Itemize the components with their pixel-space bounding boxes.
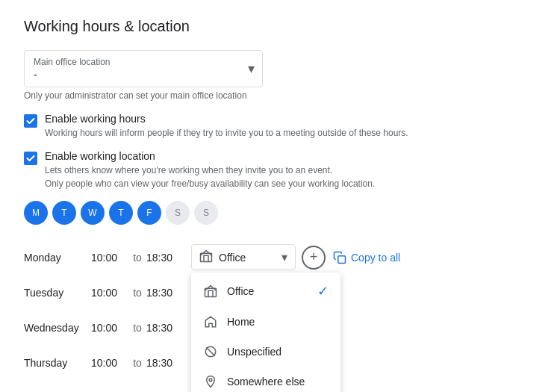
enable-location-label: Enable working location — [45, 150, 375, 162]
add-location-button[interactable]: + — [302, 246, 326, 270]
tuesday-label: Tuesday — [24, 287, 91, 299]
day-circle-sunday[interactable]: S — [194, 201, 218, 225]
enable-location-checkbox[interactable] — [24, 152, 37, 165]
copy-to-all-button[interactable]: Copy to all — [333, 251, 400, 264]
dropdown-somewhere-label: Somewhere else — [227, 376, 305, 388]
dropdown-item-unspecified[interactable]: Unspecified — [191, 337, 340, 367]
schedule-row-monday: Monday 10:00 to 18:30 Office ▾ — [24, 240, 536, 275]
office-location-label: Main office location — [34, 57, 235, 67]
day-circle-monday[interactable]: M — [24, 201, 48, 225]
copy-to-all-label: Copy to all — [351, 252, 400, 264]
dropdown-item-office[interactable]: Office ✓ — [191, 276, 340, 307]
location-dropdown-menu: Office ✓ Home — [191, 273, 340, 392]
monday-label: Monday — [24, 252, 91, 264]
copy-icon — [333, 251, 346, 264]
enable-hours-checkbox[interactable] — [24, 114, 37, 128]
office-location-select[interactable]: Main office location - ▾ — [24, 50, 263, 87]
monday-location-wrapper: Office ▾ Office ✓ — [191, 244, 296, 270]
wednesday-time-separator: to — [128, 322, 146, 334]
enable-location-row: Enable working location Lets others know… — [24, 150, 536, 190]
monday-time-separator: to — [128, 252, 146, 264]
office-location-section: Main office location - ▾ Only your admin… — [24, 50, 536, 101]
enable-hours-label: Enable working hours — [45, 113, 408, 125]
thursday-time-separator: to — [128, 357, 146, 369]
dropdown-pin-icon — [203, 374, 218, 389]
monday-start-time[interactable]: 10:00 — [91, 252, 128, 264]
dropdown-office-label: Office — [227, 285, 254, 297]
tuesday-start-time[interactable]: 10:00 — [91, 287, 128, 299]
wednesday-label: Wednesday — [24, 322, 91, 334]
wednesday-end-time[interactable]: 18:30 — [146, 322, 184, 334]
svg-point-4 — [209, 379, 212, 382]
thursday-start-time[interactable]: 10:00 — [91, 357, 128, 369]
dropdown-home-icon — [203, 314, 218, 329]
office-location-helper: Only your administrator can set your mai… — [24, 90, 536, 101]
dropdown-item-home[interactable]: Home — [191, 307, 340, 337]
office-location-value: - — [34, 69, 235, 81]
monday-location-label: Office — [219, 252, 276, 264]
page-title: Working hours & location — [24, 18, 536, 35]
office-location-arrow-icon: ▾ — [248, 60, 255, 77]
enable-hours-desc: Working hours will inform people if they… — [45, 126, 408, 140]
monday-location-arrow-icon: ▾ — [281, 250, 287, 264]
dropdown-unspecified-label: Unspecified — [227, 346, 281, 358]
enable-hours-row: Enable working hours Working hours will … — [24, 113, 536, 140]
day-circle-saturday[interactable]: S — [166, 201, 190, 225]
enable-location-desc: Lets others know where you're working wh… — [45, 164, 375, 190]
dropdown-office-icon — [203, 284, 218, 299]
monday-end-time[interactable]: 18:30 — [146, 252, 184, 264]
day-circles: M T W T F S S — [24, 201, 536, 225]
dropdown-item-somewhere-else[interactable]: Somewhere else — [191, 367, 340, 392]
day-circle-tuesday[interactable]: T — [52, 201, 76, 225]
dropdown-home-label: Home — [227, 316, 255, 328]
monday-location-select[interactable]: Office ▾ — [191, 244, 296, 270]
svg-rect-5 — [338, 255, 346, 263]
svg-line-3 — [206, 347, 215, 356]
wednesday-start-time[interactable]: 10:00 — [91, 322, 128, 334]
office-icon — [199, 249, 213, 265]
dropdown-unspecified-icon — [203, 344, 218, 359]
day-circle-friday[interactable]: F — [137, 201, 161, 225]
tuesday-time-separator: to — [128, 287, 146, 299]
schedule-list: Monday 10:00 to 18:30 Office ▾ — [24, 240, 536, 392]
day-circle-wednesday[interactable]: W — [81, 201, 105, 225]
day-circle-thursday[interactable]: T — [109, 201, 133, 225]
thursday-label: Thursday — [24, 357, 91, 369]
dropdown-office-check-icon: ✓ — [317, 283, 329, 299]
thursday-end-time[interactable]: 18:30 — [146, 357, 184, 369]
tuesday-end-time[interactable]: 18:30 — [146, 287, 184, 299]
